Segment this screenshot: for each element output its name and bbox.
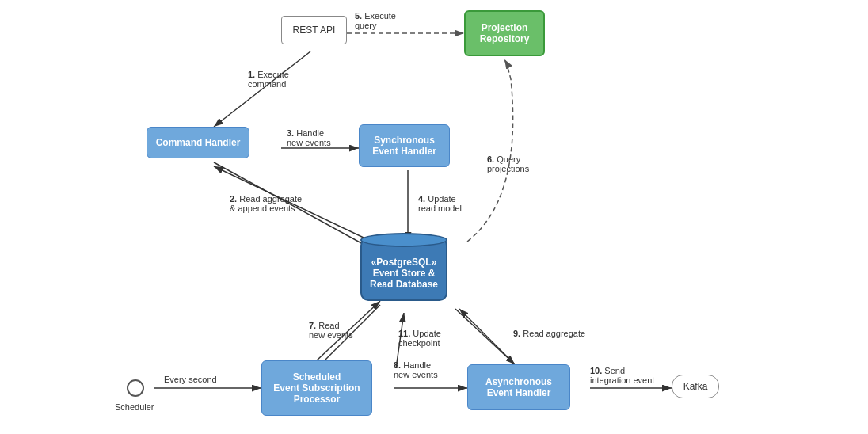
kafka-label: Kafka: [683, 381, 708, 392]
label-4: 4. Updateread model: [418, 194, 462, 213]
projection-repo-node: ProjectionRepository: [464, 10, 545, 56]
label-1: 1. Executecommand: [248, 70, 289, 89]
label-8: 8. Handlenew events: [394, 360, 438, 379]
command-handler-node: Command Handler: [147, 127, 249, 158]
scheduler-label: Scheduler: [115, 402, 154, 412]
rest-api-label: REST API: [293, 25, 336, 36]
label-5: 5. Executequery: [355, 11, 396, 30]
svg-line-12: [459, 309, 519, 368]
diagram: REST API ProjectionRepository Command Ha…: [0, 0, 868, 434]
svg-line-13: [455, 309, 515, 364]
label-every-second: Every second: [164, 375, 217, 384]
svg-line-3: [214, 51, 310, 127]
projection-repo-label: ProjectionRepository: [480, 22, 530, 44]
label-7: 7. Readnew events: [309, 321, 353, 340]
label-2: 2. Read aggregate& append events: [230, 194, 302, 213]
rest-api-node: REST API: [281, 16, 347, 44]
label-9: 9. Read aggregate: [513, 329, 585, 338]
label-6: 6. Queryprojections: [487, 154, 529, 173]
scheduled-processor-label: ScheduledEvent SubscriptionProcessor: [273, 371, 360, 405]
label-3: 3. Handlenew events: [287, 128, 331, 147]
event-store-label: «PostgreSQL»Event Store &Read Database: [370, 249, 438, 290]
async-event-handler-node: AsynchronousEvent Handler: [467, 364, 570, 410]
label-11: 11. Updatecheckpoint: [398, 329, 441, 348]
event-store-node: «PostgreSQL»Event Store &Read Database: [360, 238, 447, 301]
label-10: 10. Sendintegration event: [590, 366, 654, 385]
scheduled-processor-node: ScheduledEvent SubscriptionProcessor: [261, 360, 372, 416]
sync-event-handler-node: SynchronousEvent Handler: [359, 124, 450, 167]
sync-event-handler-label: SynchronousEvent Handler: [372, 135, 436, 157]
async-event-handler-label: AsynchronousEvent Handler: [485, 376, 552, 398]
scheduler-circle: [127, 379, 144, 397]
cylinder-top: [360, 233, 447, 247]
kafka-node: Kafka: [672, 375, 719, 398]
event-store-body: «PostgreSQL»Event Store &Read Database: [360, 238, 447, 301]
command-handler-label: Command Handler: [156, 137, 241, 148]
